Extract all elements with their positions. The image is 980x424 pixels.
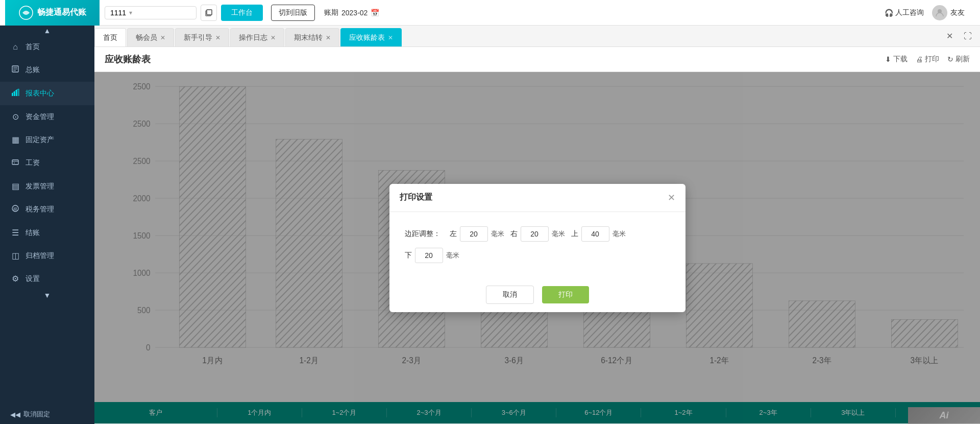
tab-home-label: 首页 — [103, 33, 117, 42]
page-header: 应收账龄表 ⬇ 下载 🖨 打印 ↻ 刷新 — [94, 47, 980, 72]
cancel-button[interactable]: 取消 — [486, 286, 534, 304]
workbench-button[interactable]: 工作台 — [221, 5, 263, 21]
page-content: 应收账龄表 ⬇ 下载 🖨 打印 ↻ 刷新 — [94, 47, 980, 424]
collapse-label: 取消固定 — [23, 410, 50, 419]
sidebar-label-home: 首页 — [26, 42, 40, 52]
svg-rect-9 — [12, 93, 13, 96]
print-icon: 🖨 — [916, 55, 923, 63]
settings-icon: ⚙ — [10, 274, 20, 284]
svg-rect-2 — [207, 10, 212, 15]
sidebar-scroll-up[interactable]: ▲ — [0, 26, 94, 36]
svg-text:税: 税 — [13, 207, 17, 211]
assets-icon: ▦ — [10, 135, 20, 145]
tab-home[interactable]: 首页 — [94, 28, 126, 46]
company-select[interactable]: 1111 ▾ — [105, 6, 197, 19]
collapse-button[interactable]: ◀◀ 取消固定 — [0, 405, 94, 424]
top-unit: 毫米 — [612, 229, 626, 239]
top-input[interactable] — [581, 226, 609, 242]
print-button[interactable]: 🖨 打印 — [916, 55, 939, 64]
bottom-unit: 毫米 — [446, 251, 459, 260]
svg-rect-13 — [12, 160, 18, 164]
right-input[interactable] — [521, 226, 549, 242]
refresh-icon: ↻ — [947, 55, 953, 63]
modal-title: 打印设置 — [400, 192, 432, 203]
tab-guide-close[interactable]: ✕ — [215, 34, 220, 41]
modal-close-button[interactable]: ✕ — [668, 192, 675, 203]
user-area[interactable]: 友友 — [932, 5, 965, 20]
calendar-icon[interactable]: 📅 — [371, 9, 379, 17]
sidebar-item-home[interactable]: ⌂ 首页 — [0, 36, 94, 58]
sidebar-item-ledger[interactable]: 总账 — [0, 58, 94, 82]
tab-aging-close[interactable]: ✕ — [388, 34, 393, 41]
sidebar-item-closing[interactable]: ☰ 结账 — [0, 221, 94, 244]
sidebar-label-salary: 工资 — [26, 158, 40, 168]
modal-header: 打印设置 ✕ — [389, 184, 685, 212]
sidebar-label-assets: 固定资产 — [26, 135, 54, 145]
tab-aging[interactable]: 应收账龄表 ✕ — [340, 28, 402, 46]
archive-icon: ◫ — [10, 251, 20, 261]
copy-icon — [205, 9, 213, 17]
period-label: 账期 — [324, 8, 338, 17]
chart-table-area: 2500 2500 2500 2000 1500 1000 500 0 — [94, 72, 980, 423]
modal-overlay: 打印设置 ✕ 边距调整： 左 毫米 — [94, 72, 980, 423]
period-area: 账期 2023-02 📅 — [324, 8, 379, 17]
tab-period[interactable]: 期末结转 ✕ — [285, 28, 339, 46]
sidebar: ▲ ⌂ 首页 总账 — [0, 26, 94, 424]
print-settings-dialog: 打印设置 ✕ 边距调整： 左 毫米 — [389, 184, 685, 312]
download-icon: ⬇ — [885, 55, 891, 63]
right-label: 右 — [510, 229, 518, 239]
sidebar-scroll-down[interactable]: ▼ — [0, 290, 94, 300]
switch-old-button[interactable]: 切到旧版 — [271, 5, 315, 21]
sidebar-item-assets[interactable]: ▦ 固定资产 — [0, 128, 94, 151]
consult-button[interactable]: 🎧 人工咨询 — [885, 8, 924, 17]
home-icon: ⌂ — [10, 42, 20, 52]
reports-icon — [10, 88, 20, 99]
refresh-button[interactable]: ↻ 刷新 — [947, 55, 970, 64]
tab-bar: 首页 畅会员 ✕ 新手引导 ✕ 操作日志 ✕ 期末结转 ✕ 应收账龄表 ✕ — [94, 26, 980, 47]
bottom-input[interactable] — [415, 248, 443, 263]
tab-log-close[interactable]: ✕ — [271, 34, 276, 41]
sidebar-item-reports[interactable]: 报表中心 — [0, 82, 94, 105]
tab-period-close[interactable]: ✕ — [326, 34, 331, 41]
left-input[interactable] — [460, 226, 488, 242]
sidebar-label-settings: 设置 — [26, 274, 40, 284]
modal-footer: 取消 打印 — [389, 277, 685, 312]
download-button[interactable]: ⬇ 下载 — [885, 55, 908, 64]
avatar — [932, 5, 947, 20]
print-label: 打印 — [925, 55, 939, 64]
sidebar-label-tax: 税务管理 — [26, 205, 54, 214]
logo-text: 畅捷通易代账 — [37, 7, 86, 18]
funds-icon: ⊙ — [10, 112, 20, 122]
tab-member[interactable]: 畅会员 ✕ — [127, 28, 174, 46]
sidebar-item-invoice[interactable]: ▤ 发票管理 — [0, 175, 94, 198]
sidebar-label-ledger: 总账 — [26, 65, 40, 75]
bottom-label: 下 — [405, 251, 412, 260]
right-unit: 毫米 — [552, 229, 565, 239]
main-layout: ▲ ⌂ 首页 总账 — [0, 26, 980, 424]
modal-body: 边距调整： 左 毫米 右 毫米 — [389, 212, 685, 277]
tab-close-all-button[interactable]: ✕ — [942, 29, 957, 43]
sidebar-item-tax[interactable]: 税 税务管理 — [0, 198, 94, 221]
sidebar-label-invoice: 发票管理 — [26, 182, 54, 191]
copy-button[interactable] — [201, 5, 217, 21]
header-right: 🎧 人工咨询 友友 — [885, 5, 975, 20]
tab-aging-label: 应收账龄表 — [349, 33, 385, 42]
user-name: 友友 — [950, 8, 965, 17]
tab-guide[interactable]: 新手引导 ✕ — [175, 28, 229, 46]
print-confirm-button[interactable]: 打印 — [542, 286, 589, 303]
sidebar-item-settings[interactable]: ⚙ 设置 — [0, 267, 94, 290]
sidebar-item-salary[interactable]: 工资 — [0, 151, 94, 175]
tab-maximize-button[interactable]: ⛶ — [961, 29, 975, 43]
tab-log[interactable]: 操作日志 ✕ — [230, 28, 284, 46]
sidebar-item-funds[interactable]: ⊙ 资金管理 — [0, 105, 94, 128]
top-header: 畅捷通易代账 1111 ▾ 工作台 切到旧版 账期 2023-02 📅 🎧 人工… — [0, 0, 980, 26]
sidebar-label-funds: 资金管理 — [26, 112, 54, 122]
refresh-label: 刷新 — [955, 55, 970, 64]
sidebar-item-archive[interactable]: ◫ 归档管理 — [0, 244, 94, 267]
margin-bottom-group: 下 毫米 — [405, 248, 459, 263]
salary-icon — [10, 158, 20, 168]
sidebar-label-reports: 报表中心 — [26, 89, 54, 98]
tab-member-close[interactable]: ✕ — [160, 34, 165, 41]
margin-left-group: 左 毫米 — [450, 226, 504, 242]
margin-right-group: 右 毫米 — [510, 226, 565, 242]
